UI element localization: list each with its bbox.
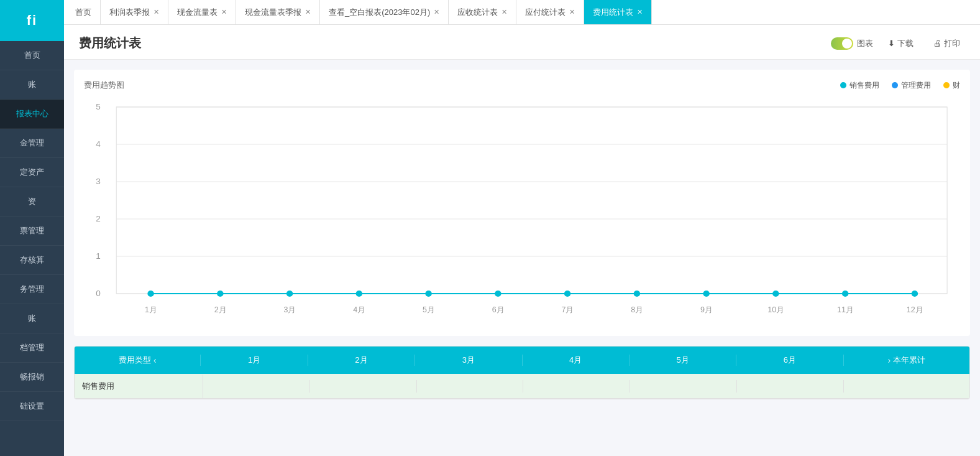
tab-cashflow[interactable]: 现金流量表 ✕ [168,0,236,24]
sidebar-item-file-mgmt[interactable]: 档管理 [0,333,64,363]
tab-receivable[interactable]: 应收统计表 ✕ [449,0,516,24]
svg-point-31 [564,291,570,297]
svg-text:3月: 3月 [283,305,295,314]
th-m5: 5月 [630,355,736,366]
td-m3 [417,380,524,393]
svg-text:9月: 9月 [700,305,712,314]
svg-text:4: 4 [96,139,101,149]
download-icon: ⬇ [888,39,895,48]
close-tab-cashflow[interactable]: ✕ [221,8,227,16]
sidebar-item-ledger[interactable]: 账 [0,304,64,333]
td-m2 [310,380,417,393]
app-logo: fi [0,0,64,41]
main-area: 首页 利润表季报 ✕ 现金流量表 ✕ 现金流量表季报 ✕ 查看_空白报表(202… [64,0,980,456]
td-m1 [203,380,310,393]
close-tab-receivable[interactable]: ✕ [501,8,507,16]
sidebar: fi 首页 账 报表中心 金管理 定资产 资 票管理 存核算 务管理 账 档管理… [0,0,64,456]
chart-title: 费用趋势图 [84,80,124,91]
th-m3: 3月 [415,355,522,366]
next-arrow[interactable]: › [887,355,891,365]
sidebar-item-settings[interactable]: 础设置 [0,392,64,421]
svg-point-32 [634,291,640,297]
legend-finance: 财 [943,80,960,91]
content-area: 费用统计表 图表 ⬇ 下载 🖨 打印 费用趋势图 [64,25,980,456]
svg-text:12月: 12月 [907,305,923,314]
sidebar-item-fund-mgmt[interactable]: 金管理 [0,129,64,158]
close-tab-blank-report[interactable]: ✕ [434,8,439,16]
svg-point-28 [356,291,362,297]
svg-text:10月: 10月 [767,305,784,314]
sidebar-item-biz-mgmt[interactable]: 务管理 [0,275,64,304]
sidebar-item-home[interactable]: 首页 [0,41,64,70]
td-m4 [523,380,630,393]
legend-sales: 销售费用 [840,80,879,91]
close-tab-profit-quarterly[interactable]: ✕ [153,8,159,16]
download-button[interactable]: ⬇ 下载 [883,35,918,52]
prev-arrow[interactable]: ‹ [153,355,157,365]
page-title: 费用统计表 [79,35,141,52]
svg-text:3: 3 [96,177,101,186]
svg-text:2月: 2月 [214,305,226,314]
svg-text:1: 1 [96,251,101,261]
sidebar-item-account[interactable]: 账 [0,70,64,100]
chart-section: 费用趋势图 销售费用 管理费用 财 [74,70,970,336]
tab-cashflow-quarterly[interactable]: 现金流量表季报 ✕ [236,0,320,24]
svg-text:0: 0 [96,289,101,298]
svg-point-29 [425,291,431,297]
svg-point-30 [495,291,501,297]
table-header: 费用类型 ‹ 1月 2月 3月 4月 5月 6月 › 本年累计 [75,347,969,374]
close-tab-expense[interactable]: ✕ [637,8,643,16]
svg-text:4月: 4月 [353,305,365,314]
close-tab-cashflow-quarterly[interactable]: ✕ [305,8,311,16]
td-m6 [737,380,844,393]
th-m1: 1月 [201,355,308,366]
svg-text:5月: 5月 [423,305,434,314]
page-header: 费用统计表 图表 ⬇ 下载 🖨 打印 [64,25,980,60]
svg-point-35 [842,291,848,297]
svg-point-27 [286,291,293,297]
th-m4: 4月 [523,355,630,366]
chart-header: 费用趋势图 销售费用 管理费用 财 [84,80,960,91]
chart-toggle-label[interactable]: 图表 [831,37,873,50]
legend-dot-sales [840,82,846,88]
sidebar-item-write-off[interactable]: 畅报销 [0,363,64,392]
sidebar-item-inventory[interactable]: 存核算 [0,246,64,275]
trend-chart: 5 4 3 2 1 0 1月 2月 [84,96,960,326]
td-ytd [844,380,969,393]
tab-bar: 首页 利润表季报 ✕ 现金流量表 ✕ 现金流量表季报 ✕ 查看_空白报表(202… [64,0,980,25]
svg-point-33 [703,291,709,297]
chart-container: 5 4 3 2 1 0 1月 2月 [84,96,960,326]
print-button[interactable]: 🖨 打印 [928,35,965,52]
sidebar-item-investment[interactable]: 资 [0,187,64,216]
svg-text:7月: 7月 [561,305,573,314]
tab-blank-report[interactable]: 查看_空白报表(2023年02月) ✕ [320,0,449,24]
svg-point-25 [147,291,153,297]
td-m5 [630,380,737,393]
close-tab-payable[interactable]: ✕ [569,8,575,16]
header-actions: 图表 ⬇ 下载 🖨 打印 [831,35,965,52]
legend-admin: 管理费用 [892,80,931,91]
chart-toggle-switch[interactable] [831,37,853,50]
tab-payable[interactable]: 应付统计表 ✕ [516,0,584,24]
sidebar-item-report-center[interactable]: 报表中心 [0,100,64,129]
tab-home[interactable]: 首页 [66,0,101,24]
table-row: 销售费用 [75,374,969,399]
print-icon: 🖨 [933,39,941,48]
svg-text:1月: 1月 [145,305,157,314]
th-ytd: › 本年累计 [844,355,969,366]
tab-expense[interactable]: 费用统计表 ✕ [584,0,652,24]
sidebar-item-fixed-assets[interactable]: 定资产 [0,158,64,187]
svg-point-26 [217,291,223,297]
chart-legend: 销售费用 管理费用 财 [840,80,960,91]
svg-text:5: 5 [96,102,101,111]
legend-dot-finance [943,82,950,88]
svg-rect-12 [116,107,947,294]
sidebar-item-bill-mgmt[interactable]: 票管理 [0,216,64,246]
svg-text:11月: 11月 [837,305,853,314]
legend-dot-admin [892,82,898,88]
svg-text:2: 2 [96,214,101,223]
svg-text:6月: 6月 [492,305,504,314]
th-m2: 2月 [308,355,415,366]
expense-table: 费用类型 ‹ 1月 2月 3月 4月 5月 6月 › 本年累计 销售费用 [74,346,970,399]
tab-profit-quarterly[interactable]: 利润表季报 ✕ [101,0,168,24]
